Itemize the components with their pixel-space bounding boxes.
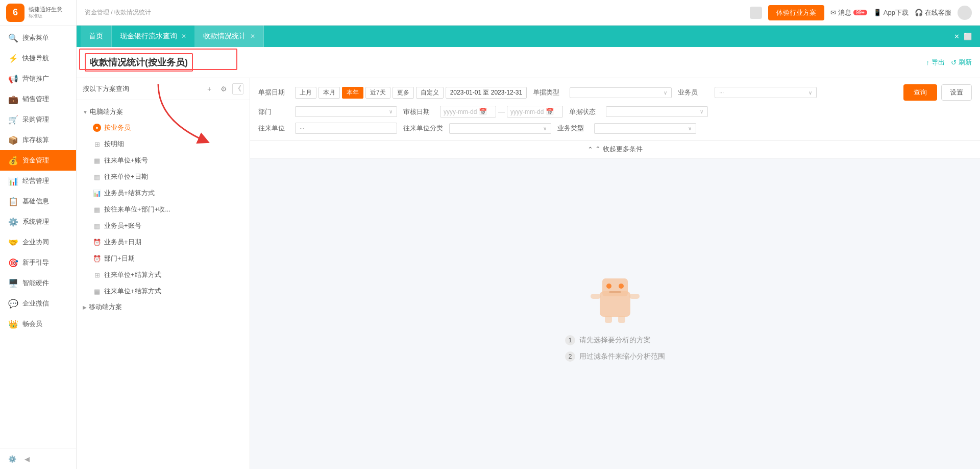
sidebar-item-operation[interactable]: 📊 经营管理 xyxy=(0,171,76,191)
tree-group-desktop-header[interactable]: ▼ 电脑端方案 xyxy=(77,104,250,120)
dept-label: 部门 xyxy=(258,107,289,116)
sidebar-item-hardware[interactable]: 🖥️ 智能硬件 xyxy=(0,273,76,293)
tree-item-partner-account-label: 往来单位+账号 xyxy=(104,156,148,165)
sidebar-item-system[interactable]: ⚙️ 系统管理 xyxy=(0,212,76,232)
date-btn-this-month[interactable]: 本月 xyxy=(318,87,340,99)
app-download-button[interactable]: 📱 App下载 xyxy=(873,8,909,17)
dept-date-icon: ⏰ xyxy=(93,254,101,263)
sidebar-item-quick-nav[interactable]: ⚡ 快捷导航 xyxy=(0,48,76,68)
filter-row-1: 单据日期 上月 本月 本年 近7天 更多 自定义 2023-01-01 至 20… xyxy=(258,84,972,101)
partner-select[interactable]: ··· xyxy=(295,123,397,134)
collapse-bar[interactable]: ⌃ ⌃ 收起更多条件 xyxy=(250,140,980,158)
tree-group-mobile-label: 移动端方案 xyxy=(89,302,122,312)
sidebar-item-enterprise[interactable]: 🤝 企业协同 xyxy=(0,232,76,252)
audit-date-to[interactable]: yyyy-mm-dd 📅 xyxy=(507,106,563,118)
tree-item-partner-settle1-label: 往来单位+结算方式 xyxy=(104,270,161,279)
tree-item-partner-dept-collect[interactable]: ▦ 按往来单位+部门+收... xyxy=(77,201,250,218)
tab-collection-close[interactable]: ✕ xyxy=(250,33,255,40)
finance-icon: 💰 xyxy=(8,155,18,166)
sidebar-item-sales[interactable]: 💼 销售管理 xyxy=(0,89,76,109)
doc-type-select[interactable]: ∨ xyxy=(570,87,672,98)
doc-status-chevron-icon: ∨ xyxy=(700,109,703,114)
doc-status-label: 单据状态 xyxy=(569,107,600,116)
tree-item-by-salesman[interactable]: ● 按业务员 xyxy=(77,120,250,136)
tree-item-salesman-settle[interactable]: 📊 业务员+结算方式 xyxy=(77,185,250,201)
date-btn-7days[interactable]: 近7天 xyxy=(365,87,390,99)
tab-home[interactable]: 首页 xyxy=(81,26,112,47)
tab-bank-flow[interactable]: 现金银行流水查询 ✕ xyxy=(112,26,195,47)
salesman-settle-icon: 📊 xyxy=(93,189,101,197)
user-avatar[interactable] xyxy=(958,6,972,20)
tree-group-mobile-header[interactable]: ▶ 移动端方案 xyxy=(77,299,250,315)
sidebar-item-finance[interactable]: 💰 资金管理 xyxy=(0,150,76,171)
date-btn-custom[interactable]: 自定义 xyxy=(416,87,444,99)
export-icon: ↑ xyxy=(926,59,930,66)
trial-button[interactable]: 体验行业方案 xyxy=(768,5,824,20)
tree-item-partner-account[interactable]: ▦ 往来单位+账号 xyxy=(77,152,250,169)
tree-item-partner-date[interactable]: ▦ 往来单位+日期 xyxy=(77,169,250,185)
query-button[interactable]: 查询 xyxy=(903,84,937,101)
scheme-add-button[interactable]: + xyxy=(204,83,215,95)
audit-date-from[interactable]: yyyy-mm-dd 📅 xyxy=(440,106,496,118)
page-content: 收款情况统计(按业务员) ↑ 导出 ↺ 刷新 按以下方案查询 + xyxy=(77,47,980,469)
dept-chevron-icon: ∨ xyxy=(389,109,393,114)
maximize-window-icon[interactable]: ⬜ xyxy=(964,33,972,40)
sidebar-item-label: 企业微信 xyxy=(22,299,49,308)
tree-item-dept-date[interactable]: ⏰ 部门+日期 xyxy=(77,250,250,267)
sidebar-item-marketing[interactable]: 📢 营销推广 xyxy=(0,68,76,89)
sales-icon: 💼 xyxy=(8,94,18,104)
tree-group-mobile: ▶ 移动端方案 xyxy=(77,299,250,315)
tip-1-text: 请先选择要分析的方案 xyxy=(579,336,651,345)
sidebar-item-label: 营销推广 xyxy=(22,74,49,83)
doc-type-label: 单据类型 xyxy=(533,88,564,97)
body-split: 按以下方案查询 + ⚙ 《 ▼ 电脑端方案 xyxy=(77,78,980,469)
sidebar-bottom: ⚙️ ◀ xyxy=(0,449,76,469)
tab-collection[interactable]: 收款情况统计 ✕ xyxy=(195,26,264,47)
partner-category-select[interactable]: ∨ xyxy=(449,123,551,134)
close-window-icon[interactable]: ✕ xyxy=(954,33,960,40)
tree-item-salesman-date[interactable]: ⏰ 业务员+日期 xyxy=(77,234,250,250)
export-button[interactable]: ↑ 导出 xyxy=(926,58,945,67)
salesman-select[interactable]: ··· ∨ xyxy=(715,87,817,98)
svg-rect-5 xyxy=(605,316,612,323)
top-header: 资金管理 / 收款情况统计 体验行业方案 ✉ 消息 99+ 📱 App下载 🎧 … xyxy=(77,0,980,26)
doc-status-select[interactable]: ∨ xyxy=(606,106,708,117)
tree-item-partner-settle2[interactable]: ▦ 往来单位+结算方式 xyxy=(77,283,250,299)
tree-item-salesman-date-label: 业务员+日期 xyxy=(104,238,141,247)
system-icon: ⚙️ xyxy=(8,217,18,227)
sidebar-item-member[interactable]: 👑 畅会员 xyxy=(0,314,76,334)
tree-item-partner-settle1[interactable]: ⊞ 往来单位+结算方式 xyxy=(77,267,250,283)
settings-header-icon[interactable] xyxy=(750,7,762,19)
settings-bottom-icon[interactable]: ⚙️ xyxy=(8,455,16,463)
date-btn-this-year[interactable]: 本年 xyxy=(342,87,363,99)
message-icon: ✉ xyxy=(830,9,836,16)
calendar-to-icon: 📅 xyxy=(546,108,554,115)
partner-dots: ··· xyxy=(300,125,304,131)
guide-icon: 🎯 xyxy=(8,257,18,268)
message-button[interactable]: ✉ 消息 99+ xyxy=(830,8,867,17)
date-btn-last-month[interactable]: 上月 xyxy=(295,87,316,99)
sidebar-item-inventory[interactable]: 📦 库存核算 xyxy=(0,130,76,150)
sidebar-item-search[interactable]: 🔍 搜索菜单 xyxy=(0,28,76,48)
tree-item-salesman-account[interactable]: ▦ 业务员+账号 xyxy=(77,218,250,234)
scheme-settings-button[interactable]: ⚙ xyxy=(218,83,229,95)
business-type-select[interactable]: ∨ xyxy=(594,123,696,134)
sidebar-item-wechat[interactable]: 💬 企业微信 xyxy=(0,293,76,314)
sidebar-item-base[interactable]: 📋 基础信息 xyxy=(0,191,76,212)
online-service-button[interactable]: 🎧 在线客服 xyxy=(915,8,951,17)
collapse-sidebar-icon[interactable]: ◀ xyxy=(24,455,30,463)
settings-button[interactable]: 设置 xyxy=(941,84,972,101)
sidebar-item-guide[interactable]: 🎯 新手引导 xyxy=(0,252,76,273)
date-btn-more[interactable]: 更多 xyxy=(393,87,414,99)
audit-date-from-placeholder: yyyy-mm-dd xyxy=(444,108,477,115)
salesman-date-icon: ⏰ xyxy=(93,238,101,246)
dept-select[interactable]: ∨ xyxy=(295,106,397,117)
refresh-button[interactable]: ↺ 刷新 xyxy=(951,58,972,67)
empty-tip-1: 1 请先选择要分析的方案 xyxy=(565,335,665,345)
tree-item-by-detail[interactable]: ⊞ 按明细 xyxy=(77,136,250,152)
scheme-collapse-button[interactable]: 《 xyxy=(232,83,243,95)
calendar-from-icon: 📅 xyxy=(479,108,487,115)
sidebar-item-purchase[interactable]: 🛒 采购管理 xyxy=(0,109,76,130)
tab-bank-flow-close[interactable]: ✕ xyxy=(181,33,186,40)
app-download-label: App下载 xyxy=(884,8,909,17)
